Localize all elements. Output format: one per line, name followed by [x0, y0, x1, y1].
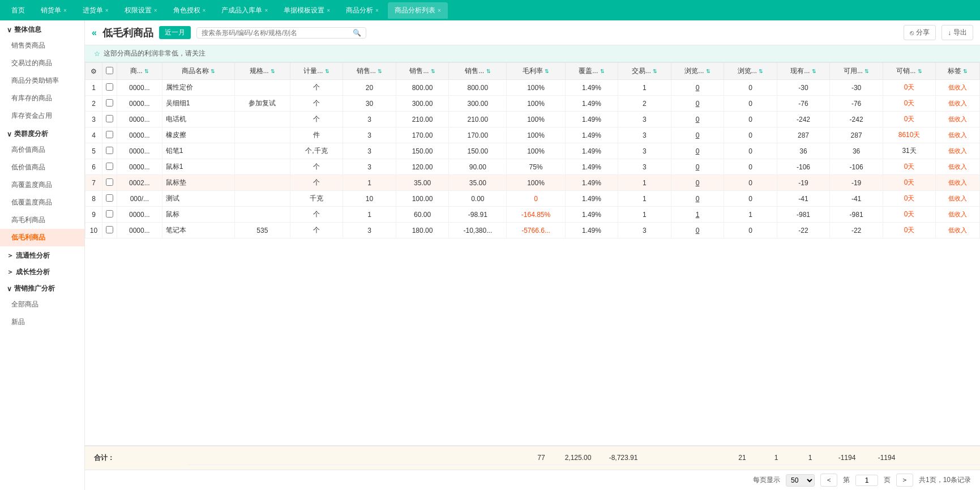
- sidebar-group-cluster[interactable]: ∨ 类群度分析: [0, 125, 84, 141]
- sidebar-item-low-margin[interactable]: 低毛利商品: [0, 229, 84, 246]
- col-saleable[interactable]: 可销... ⇅: [883, 63, 936, 80]
- sidebar-item-stock-capital[interactable]: 库存资金占用: [0, 107, 84, 125]
- cell-view1[interactable]: 0: [671, 159, 724, 175]
- row-checkbox[interactable]: [106, 194, 113, 202]
- cell-checkbox[interactable]: [102, 175, 117, 191]
- close-sales-icon[interactable]: ×: [63, 7, 67, 14]
- col-trade[interactable]: 交易... ⇅: [618, 63, 671, 80]
- sidebar-item-traded-products[interactable]: 交易过的商品: [0, 54, 84, 72]
- share-button[interactable]: ⎋ 分享: [904, 25, 936, 40]
- summary-table: 77 2,125.00 -8,723.91 21 1 1 -1194 -1194: [187, 451, 980, 465]
- cell-checkbox[interactable]: [102, 143, 117, 159]
- nav-item-roles[interactable]: 角色授权 ×: [166, 2, 213, 19]
- close-products-icon[interactable]: ×: [264, 7, 268, 14]
- search-icon[interactable]: 🔍: [353, 29, 361, 37]
- cell-checkbox[interactable]: [102, 112, 117, 127]
- nav-item-templates[interactable]: 单据模板设置 ×: [277, 2, 337, 19]
- cell-view1[interactable]: 1: [671, 207, 724, 223]
- sidebar-group-marketing[interactable]: ∨ 营销推广分析: [0, 279, 84, 296]
- row-checkbox[interactable]: [106, 83, 113, 91]
- close-purchase-icon[interactable]: ×: [105, 7, 109, 14]
- col-settings[interactable]: ⚙: [85, 63, 102, 80]
- cell-view1[interactable]: 0: [671, 112, 724, 127]
- row-checkbox[interactable]: [106, 115, 113, 122]
- close-roles-icon[interactable]: ×: [203, 7, 206, 14]
- sidebar-item-new-products[interactable]: 新品: [0, 313, 84, 331]
- row-checkbox[interactable]: [106, 226, 113, 233]
- row-checkbox[interactable]: [106, 99, 113, 106]
- cell-checkbox[interactable]: [102, 223, 117, 238]
- cell-checkbox[interactable]: [102, 191, 117, 207]
- nav-item-analysis-list[interactable]: 商品分析列表 ×: [388, 2, 448, 19]
- col-sales-price[interactable]: 销售... ⇅: [396, 63, 449, 80]
- sidebar-group-overall[interactable]: ∨ 整体信息: [0, 20, 84, 37]
- sidebar-item-low-value[interactable]: 低价值商品: [0, 159, 84, 176]
- sidebar-item-high-margin[interactable]: 高毛利商品: [0, 211, 84, 229]
- cell-checkbox[interactable]: [102, 80, 117, 96]
- col-unit[interactable]: 计量... ⇅: [290, 63, 343, 80]
- cell-view1[interactable]: 0: [671, 127, 724, 143]
- col-sales-amount[interactable]: 销售... ⇅: [449, 63, 507, 80]
- col-checkbox[interactable]: [102, 63, 117, 80]
- search-input[interactable]: [202, 29, 349, 37]
- cell-name: 笔记本: [162, 223, 234, 238]
- next-page-button[interactable]: ＞: [896, 474, 913, 487]
- col-available[interactable]: 可用... ⇅: [830, 63, 883, 80]
- cell-name: 鼠标垫: [162, 175, 234, 191]
- sidebar-item-low-coverage[interactable]: 低覆盖度商品: [0, 194, 84, 211]
- notice-bar: ☆ 这部分商品的利润非常低，请关注: [85, 45, 980, 62]
- sidebar-item-in-stock[interactable]: 有库存的商品: [0, 90, 84, 107]
- period-button[interactable]: 近一月: [159, 26, 191, 39]
- select-all-checkbox[interactable]: [106, 67, 113, 74]
- sidebar-item-sales-products[interactable]: 销售类商品: [0, 37, 84, 54]
- col-coverage[interactable]: 覆盖... ⇅: [565, 63, 618, 80]
- close-templates-icon[interactable]: ×: [327, 7, 330, 14]
- cell-view1[interactable]: 0: [671, 223, 724, 238]
- row-checkbox[interactable]: [106, 131, 113, 138]
- sidebar-item-high-value[interactable]: 高价值商品: [0, 141, 84, 159]
- row-checkbox[interactable]: [106, 163, 113, 170]
- sidebar-item-category-sales[interactable]: 商品分类助销率: [0, 72, 84, 90]
- nav-item-perms[interactable]: 权限设置 ×: [118, 2, 164, 19]
- cell-view1[interactable]: 0: [671, 96, 724, 112]
- chevron-down-icon: ∨: [7, 26, 12, 34]
- nav-item-sales[interactable]: 销货单 ×: [34, 2, 74, 19]
- sidebar-item-high-coverage[interactable]: 高覆盖度商品: [0, 176, 84, 194]
- col-name[interactable]: 商品名称 ⇅: [162, 63, 234, 80]
- cell-sales-qty: 10: [343, 191, 396, 207]
- col-code[interactable]: 商... ⇅: [117, 63, 162, 80]
- row-checkbox[interactable]: [106, 147, 113, 154]
- nav-item-products[interactable]: 产成品入库单 ×: [215, 2, 275, 19]
- page-size-select[interactable]: 50 10 20 100: [786, 474, 815, 487]
- collapse-button[interactable]: «: [92, 28, 97, 38]
- cell-checkbox[interactable]: [102, 96, 117, 112]
- col-tag[interactable]: 标签 ⇅: [936, 63, 980, 80]
- page-number-input[interactable]: [855, 475, 878, 486]
- row-checkbox[interactable]: [106, 210, 113, 218]
- export-button[interactable]: ↓ 导出: [942, 25, 973, 40]
- nav-item-analysis[interactable]: 商品分析 ×: [339, 2, 386, 19]
- col-spec[interactable]: 规格... ⇅: [234, 63, 290, 80]
- cell-view1[interactable]: 0: [671, 80, 724, 96]
- close-analysis-list-icon[interactable]: ×: [438, 7, 441, 14]
- close-perms-icon[interactable]: ×: [154, 7, 157, 14]
- row-checkbox[interactable]: [106, 178, 113, 186]
- col-current-stock[interactable]: 现有... ⇅: [777, 63, 830, 80]
- col-view1[interactable]: 浏览... ⇅: [671, 63, 724, 80]
- nav-item-purchase[interactable]: 进货单 ×: [76, 2, 115, 19]
- cell-view1[interactable]: 0: [671, 191, 724, 207]
- sidebar-group-growth[interactable]: ＞ 成长性分析: [0, 263, 84, 279]
- prev-page-button[interactable]: ＜: [820, 474, 837, 487]
- col-sales-qty[interactable]: 销售... ⇅: [343, 63, 396, 80]
- cell-view1[interactable]: 0: [671, 143, 724, 159]
- close-analysis-icon[interactable]: ×: [375, 7, 379, 14]
- nav-item-home[interactable]: 首页: [5, 2, 32, 19]
- sidebar-item-all-products[interactable]: 全部商品: [0, 296, 84, 313]
- cell-checkbox[interactable]: [102, 207, 117, 223]
- cell-checkbox[interactable]: [102, 127, 117, 143]
- col-margin[interactable]: 毛利率 ⇅: [507, 63, 565, 80]
- col-view2[interactable]: 浏览... ⇅: [724, 63, 777, 80]
- sidebar-group-flow[interactable]: ＞ 流通性分析: [0, 246, 84, 263]
- cell-checkbox[interactable]: [102, 159, 117, 175]
- cell-view1[interactable]: 0: [671, 175, 724, 191]
